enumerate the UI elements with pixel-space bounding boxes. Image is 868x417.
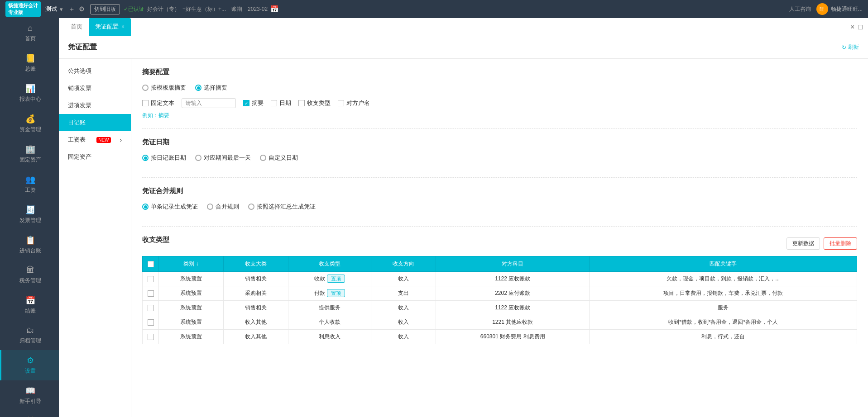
sidebar-icon-6: 🧾 — [25, 205, 35, 215]
refresh-button[interactable]: ↻ 刷新 — [842, 43, 859, 57]
action-buttons: 更新数据 批量删除 — [786, 237, 857, 250]
row-category-3: 系统预置 — [159, 315, 224, 330]
sidebar-icon-10: 🗂 — [26, 326, 34, 335]
checkbox-fixed-text[interactable]: 固定文本 — [142, 99, 174, 107]
table-header-income-type: 收支类型 — [288, 256, 371, 272]
add-icon[interactable]: ＋ — [68, 5, 75, 14]
row-major-type-3: 收入其他 — [223, 315, 288, 330]
sidebar-icon-8: 🏛 — [26, 265, 34, 275]
radio-journal-date-circle — [142, 155, 149, 161]
sidebar-item-1[interactable]: 📒总账 — [0, 48, 59, 78]
sidebar-icon-4: 🏢 — [25, 144, 35, 154]
reset-badge-0[interactable]: 置顶 — [327, 275, 345, 283]
table-header-checkbox[interactable] — [143, 256, 159, 272]
sidebar-item-0[interactable]: ⌂首页 — [0, 18, 59, 48]
avatar: 旺 — [816, 3, 828, 15]
sidebar-item-4[interactable]: 🏢固定资产 — [0, 139, 59, 169]
date-checkbox-box — [271, 100, 277, 106]
update-data-button[interactable]: 更新数据 — [786, 237, 820, 250]
tab-bar-right: × □ — [850, 23, 863, 31]
table-header-major-type: 收支大类 — [223, 256, 288, 272]
sidebar-item-6[interactable]: 🧾发票管理 — [0, 199, 59, 230]
tab-home[interactable]: 首页 — [64, 18, 89, 36]
sidebar-item-11[interactable]: ⚙设置 — [0, 350, 59, 380]
sidebar-item-12[interactable]: 📖新手引导 — [0, 380, 59, 411]
checkbox-counterparty[interactable]: 对方户名 — [338, 99, 370, 107]
sidebar-item-7[interactable]: 📋进销台账 — [0, 230, 59, 260]
window-max-button[interactable]: □ — [858, 23, 863, 31]
sidebar-item-5[interactable]: 👥工资 — [0, 169, 59, 199]
summary-config-title: 摘要配置 — [142, 68, 857, 76]
row-income-type-0: 收款 置顶 — [288, 272, 371, 286]
window-close-button[interactable]: × — [850, 23, 854, 31]
service-button[interactable]: 人工咨询 — [789, 5, 811, 13]
nav-item-fixed-assets[interactable]: 固定资产 — [59, 148, 131, 166]
new-badge: NEW — [96, 137, 110, 143]
tab-voucher-config[interactable]: 凭证配置 × — [89, 18, 131, 36]
counterparty-checkbox-box — [338, 100, 344, 106]
radio-select-circle — [195, 85, 201, 91]
sidebar-icon-3: 💰 — [25, 114, 35, 124]
sidebar-item-8[interactable]: 🏛税务管理 — [0, 260, 59, 290]
row-keywords-0: 欠款，现金，项目款，到款，报销款，汇入，... — [590, 272, 857, 286]
topbar-dropdown-icon[interactable]: ▾ — [60, 6, 63, 13]
example-text: 例如：摘要 — [142, 112, 857, 119]
accounting-tag: 好会计（专） — [147, 5, 180, 13]
row-income-type-4: 利息收入 — [288, 330, 371, 344]
radio-last-day[interactable]: 对应期间最后一天 — [195, 154, 251, 162]
nav-item-payroll[interactable]: 工资表 NEW › — [59, 131, 131, 148]
sidebar-icon-7: 📋 — [25, 235, 35, 245]
row-keywords-2: 服务 — [590, 301, 857, 315]
radio-journal-date[interactable]: 按日记账日期 — [142, 154, 186, 162]
nav-item-public[interactable]: 公共选项 — [59, 62, 131, 80]
fixed-text-input[interactable] — [182, 98, 236, 108]
nav-item-purchase-invoice[interactable]: 进项发票 — [59, 97, 131, 114]
row-major-type-4: 收入其他 — [223, 330, 288, 344]
sidebar-item-9[interactable]: 📅结账 — [0, 290, 59, 320]
row-subject-4: 660301 财务费用 利息费用 — [436, 330, 590, 344]
checkbox-date[interactable]: 日期 — [271, 99, 291, 107]
sidebar-item-10[interactable]: 🗂归档管理 — [0, 320, 59, 350]
radio-select-summary[interactable]: 选择摘要 — [195, 84, 227, 92]
row-checkbox-0[interactable] — [143, 272, 159, 286]
checkbox-summary[interactable]: ✓ 摘要 — [243, 99, 264, 107]
summary-checkbox-row: 固定文本 ✓ 摘要 日期 收支类型 — [142, 98, 857, 108]
category-sort[interactable]: 类别 ↓ — [163, 260, 219, 268]
sidebar-icon-12: 📖 — [25, 386, 35, 396]
calendar-icon[interactable]: 📅 — [270, 5, 279, 13]
checkbox-payment-type[interactable]: 收支类型 — [298, 99, 331, 107]
row-checkbox-2[interactable] — [143, 301, 159, 315]
switch-version-button[interactable]: 切到旧版 — [90, 4, 120, 14]
summary-config-section: 摘要配置 按模板版摘要 选择摘要 — [142, 68, 857, 129]
topbar-right: 人工咨询 旺 畅捷通旺旺... — [789, 3, 863, 15]
row-direction-0: 收入 — [371, 272, 436, 286]
row-subject-2: 1122 应收账款 — [436, 301, 590, 315]
radio-custom-date[interactable]: 自定义日期 — [260, 154, 298, 162]
radio-template-summary[interactable]: 按模板版摘要 — [142, 84, 186, 92]
nav-item-journal[interactable]: 日记账 — [59, 114, 131, 131]
period-value: 2023-02 — [248, 6, 268, 12]
row-checkbox-4[interactable] — [143, 330, 159, 344]
batch-delete-button[interactable]: 批量删除 — [824, 237, 857, 250]
radio-summary-generate[interactable]: 按照选择汇总生成凭证 — [248, 203, 316, 211]
row-direction-3: 收入 — [371, 315, 436, 330]
row-checkbox-1[interactable] — [143, 286, 159, 301]
table-row: 系统预置 收入其他 利息收入 收入 660301 财务费用 利息费用 利息，行式… — [143, 330, 857, 344]
row-direction-4: 收入 — [371, 330, 436, 344]
sidebar-item-2[interactable]: 📊报表中心 — [0, 78, 59, 109]
sidebar-item-13[interactable]: 👑畅会员 — [0, 411, 59, 417]
row-checkbox-3[interactable] — [143, 315, 159, 330]
radio-merge-rule[interactable]: 合并规则 — [207, 203, 239, 211]
user-menu[interactable]: 旺 畅捷通旺旺... — [816, 3, 863, 15]
page-header: 凭证配置 ↻ 刷新 — [59, 36, 868, 59]
settings-icon[interactable]: ⚙ — [79, 5, 85, 13]
nav-item-sales-invoice[interactable]: 销项发票 — [59, 80, 131, 97]
radio-single-record[interactable]: 单条记录生成凭证 — [142, 203, 198, 211]
income-expense-header: 收支类型 更新数据 批量删除 — [142, 236, 857, 251]
content-area: 首页 凭证配置 × × □ 凭证配置 ↻ 刷新 公共选项 — [59, 18, 868, 417]
tab-close-icon[interactable]: × — [121, 24, 125, 30]
sidebar-item-3[interactable]: 💰资金管理 — [0, 109, 59, 139]
reset-badge-1[interactable]: 置顶 — [327, 289, 345, 297]
row-category-4: 系统预置 — [159, 330, 224, 344]
select-all-checkbox[interactable] — [148, 261, 154, 267]
